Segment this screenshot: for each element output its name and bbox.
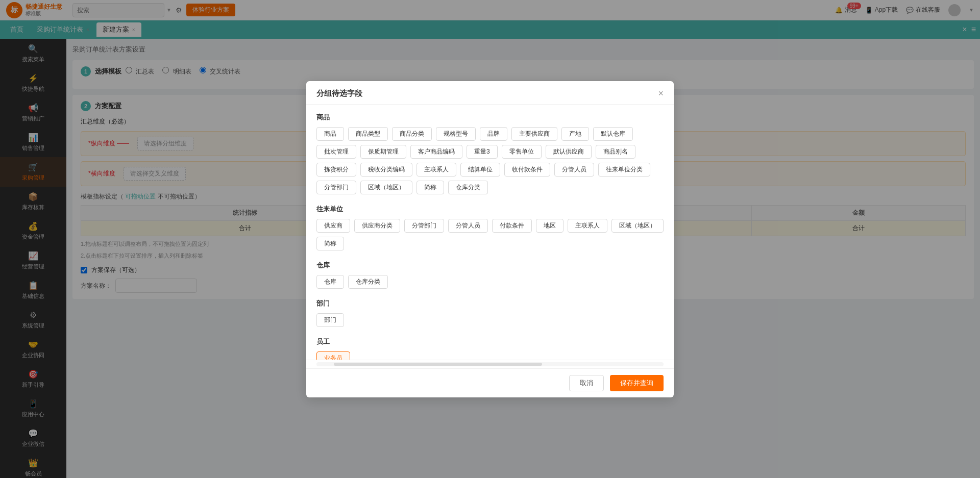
field-tag[interactable]: 分管人员 (448, 219, 488, 233)
field-tag[interactable]: 重量3 (467, 145, 498, 159)
field-tag[interactable]: 区域（地区） (360, 181, 412, 194)
field-tag[interactable]: 客户商品编码 (410, 145, 462, 159)
field-tag[interactable]: 地区 (536, 219, 564, 233)
modal-body: 商品 商品 商品类型 商品分类 规格型号 品牌 主要供应商 产地 默认仓库 批次… (306, 105, 674, 360)
modal-hscroll-thumb (334, 363, 542, 366)
field-tag[interactable]: 默认仓库 (593, 127, 633, 141)
field-tag[interactable]: 分管部门 (316, 181, 356, 194)
field-tag[interactable]: 收付款条件 (504, 163, 550, 177)
field-group-product-title: 商品 (316, 113, 664, 122)
field-tag[interactable]: 商品类型 (348, 127, 388, 141)
field-tag[interactable]: 结算单位 (460, 163, 500, 177)
field-tag[interactable]: 税收分类编码 (360, 163, 412, 177)
modal-cancel-button[interactable]: 取消 (569, 375, 604, 391)
field-tag[interactable]: 部门 (316, 313, 344, 327)
modal-title: 分组待选字段 (316, 89, 362, 98)
field-tag[interactable]: 仓库 (316, 275, 344, 289)
field-tag[interactable]: 零售单位 (502, 145, 542, 159)
field-tag[interactable]: 主要供应商 (511, 127, 557, 141)
overlay: 分组待选字段 × 商品 商品 商品类型 商品分类 规格型号 品牌 主要供应商 产… (0, 0, 980, 478)
field-group-warehouse: 仓库 仓库 仓库分类 (316, 261, 664, 289)
field-tag[interactable]: 批次管理 (316, 145, 356, 159)
field-tag[interactable]: 分管部门 (404, 219, 444, 233)
field-tag[interactable]: 规格型号 (436, 127, 476, 141)
field-tags-warehouse: 仓库 仓库分类 (316, 275, 664, 289)
field-tags-partner: 供应商 供应商分类 分管部门 分管人员 付款条件 地区 主联系人 区域（地区） … (316, 219, 664, 250)
field-tag[interactable]: 默认供应商 (546, 145, 592, 159)
modal: 分组待选字段 × 商品 商品 商品类型 商品分类 规格型号 品牌 主要供应商 产… (306, 81, 674, 397)
field-group-partner-title: 往来单位 (316, 205, 664, 214)
field-group-staff-title: 员工 (316, 337, 664, 346)
modal-header: 分组待选字段 × (306, 81, 674, 105)
modal-confirm-button[interactable]: 保存并查询 (610, 375, 664, 391)
field-tag[interactable]: 保质期管理 (360, 145, 406, 159)
field-tag[interactable]: 区域（地区） (611, 219, 664, 233)
field-tag[interactable]: 供应商 (316, 219, 350, 233)
field-tag[interactable]: 品牌 (480, 127, 507, 141)
modal-hscroll[interactable] (316, 362, 664, 366)
modal-footer: 取消 保存并查询 (306, 368, 674, 397)
field-tag[interactable]: 简称 (316, 237, 344, 250)
modal-hscroll-area (306, 360, 674, 368)
field-tag[interactable]: 仓库分类 (448, 181, 488, 194)
field-tag[interactable]: 分管人员 (554, 163, 594, 177)
field-group-dept-title: 部门 (316, 299, 664, 308)
field-group-partner: 往来单位 供应商 供应商分类 分管部门 分管人员 付款条件 地区 主联系人 区域… (316, 205, 664, 250)
field-tag[interactable]: 往来单位分类 (598, 163, 650, 177)
field-group-staff: 员工 业务员 (316, 337, 664, 360)
field-tag[interactable]: 供应商分类 (354, 219, 400, 233)
field-tag[interactable]: 商品分类 (392, 127, 432, 141)
field-tag[interactable]: 付款条件 (492, 219, 532, 233)
field-tags-product: 商品 商品类型 商品分类 规格型号 品牌 主要供应商 产地 默认仓库 批次管理 … (316, 127, 664, 194)
field-tag[interactable]: 商品 (316, 127, 344, 141)
field-group-product: 商品 商品 商品类型 商品分类 规格型号 品牌 主要供应商 产地 默认仓库 批次… (316, 113, 664, 194)
field-group-warehouse-title: 仓库 (316, 261, 664, 270)
field-tag[interactable]: 简称 (416, 181, 444, 194)
field-tag-selected[interactable]: 业务员 (316, 351, 350, 360)
field-tag[interactable]: 仓库分类 (348, 275, 388, 289)
field-tag[interactable]: 主联系人 (416, 163, 456, 177)
modal-close-icon[interactable]: × (658, 88, 664, 99)
field-tags-staff: 业务员 (316, 351, 664, 360)
field-tags-dept: 部门 (316, 313, 664, 327)
field-tag[interactable]: 拣货积分 (316, 163, 356, 177)
field-tag[interactable]: 产地 (561, 127, 589, 141)
field-group-dept: 部门 部门 (316, 299, 664, 327)
field-tag[interactable]: 商品别名 (596, 145, 635, 159)
field-tag[interactable]: 主联系人 (568, 219, 607, 233)
